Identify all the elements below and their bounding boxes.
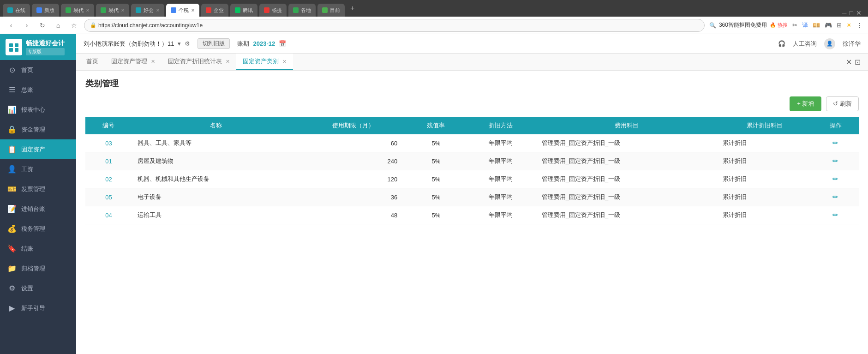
- add-button[interactable]: + 新增: [790, 96, 821, 111]
- sidebar-item-settings[interactable]: ⚙ 设置: [0, 278, 76, 298]
- edit-button[interactable]: ✏: [832, 193, 838, 201]
- help-icon: 🎧: [778, 40, 785, 47]
- search-icon: 🔍: [709, 22, 716, 29]
- sidebar-item-invoice[interactable]: 🎫 发票管理: [0, 179, 76, 199]
- browser-tab-haohui[interactable]: 好会 ✕: [131, 4, 164, 17]
- home-button[interactable]: ⌂: [53, 20, 64, 31]
- period-info: 账期 2023-12 📅: [237, 40, 286, 48]
- game-icon: 🎮: [825, 22, 832, 29]
- browser-tab-yidai2[interactable]: 易代 ✕: [96, 4, 129, 17]
- tab-label: 个税: [179, 7, 189, 14]
- sidebar-item-home[interactable]: ⊙ 首页: [0, 60, 76, 80]
- sidebar-item-ledger[interactable]: ☰ 总账: [0, 80, 76, 100]
- data-table: 编号 名称 使用期限（月） 残值率 折旧方法 费用科目 累计折旧科目 操作 03…: [85, 117, 859, 224]
- browser-tab-zaixin[interactable]: 在线: [3, 4, 30, 17]
- user-settings-icon[interactable]: ⚙: [185, 40, 190, 47]
- refresh-button[interactable]: ↻: [37, 20, 48, 31]
- refresh-button[interactable]: ↺ 刷新: [826, 96, 859, 111]
- back-button[interactable]: ‹: [6, 20, 17, 31]
- cell-accumulated-subject: 累计折旧: [717, 152, 812, 170]
- cell-depreciation-method: 年限平均: [465, 188, 536, 206]
- tax-icon: 💰: [7, 224, 17, 233]
- closing-icon: 🔖: [7, 244, 17, 253]
- forward-button[interactable]: ›: [21, 20, 32, 31]
- tab-close-icon[interactable]: ✕: [191, 8, 195, 13]
- cell-expense-subject: 管理费用_固定资产折旧_一级: [536, 188, 717, 206]
- sidebar: 畅捷通好会计 专版版 ⊙ 首页 ☰ 总账 📊 报表中心 🔒 资金管理 📋 固定资…: [0, 34, 76, 354]
- url-input[interactable]: 🔒 https://cloud.chanjet.com/accounting/u…: [84, 19, 705, 32]
- close-button[interactable]: ✕: [856, 9, 862, 17]
- sidebar-item-label: 新手引导: [21, 304, 45, 312]
- browser-tab-qiye[interactable]: 企业: [201, 4, 228, 17]
- cell-residual-rate: 5%: [407, 170, 465, 188]
- tab-close-icon[interactable]: ✕: [151, 59, 155, 65]
- logo-badge: 专版版: [26, 48, 65, 55]
- sidebar-item-funds[interactable]: 🔒 资金管理: [0, 120, 76, 139]
- tab-home[interactable]: 首页: [80, 54, 105, 70]
- tab-close-icon[interactable]: ✕: [282, 59, 287, 65]
- tab-panel-expand-icon[interactable]: ⊡: [855, 58, 861, 66]
- sidebar-item-tax[interactable]: 💰 税务管理: [0, 219, 76, 239]
- tab-close-icon[interactable]: ✕: [121, 8, 125, 13]
- sidebar-item-label: 固定资产: [21, 145, 45, 154]
- minimize-button[interactable]: ─: [842, 9, 847, 17]
- tab-depreciation-stats[interactable]: 固定资产折旧统计表 ✕: [162, 54, 236, 70]
- browser-tab-muqian[interactable]: 目前: [317, 4, 345, 17]
- sidebar-item-reports[interactable]: 📊 报表中心: [0, 100, 76, 120]
- tab-label: 在线: [15, 7, 25, 14]
- tab-fixed-asset-mgmt[interactable]: 固定资产管理 ✕: [105, 54, 162, 70]
- code-link[interactable]: 02: [105, 176, 112, 183]
- cell-period: 36: [299, 188, 407, 206]
- tab-label: 好会: [144, 7, 154, 14]
- switch-version-button[interactable]: 切到旧版: [198, 38, 230, 49]
- tab-close-icon[interactable]: ✕: [156, 8, 160, 13]
- search-text[interactable]: 360智能抠图免费用: [719, 21, 767, 29]
- code-link[interactable]: 05: [105, 194, 112, 201]
- browser-tab-changte[interactable]: 畅提: [259, 4, 287, 17]
- edit-button[interactable]: ✏: [832, 175, 838, 183]
- col-name: 名称: [132, 117, 299, 134]
- browser-tab-active[interactable]: 个税 ✕: [166, 4, 199, 17]
- sidebar-item-payroll[interactable]: 👤 工资: [0, 159, 76, 179]
- tab-close-icon[interactable]: ✕: [226, 59, 230, 65]
- menu-button[interactable]: ⋮: [856, 22, 862, 29]
- sidebar-item-fixed-assets[interactable]: 📋 固定资产: [0, 139, 76, 159]
- cell-expense-subject: 管理费用_固定资产折旧_一级: [536, 134, 717, 152]
- cell-code: 04: [85, 206, 132, 224]
- cell-name: 房屋及建筑物: [132, 152, 299, 170]
- edit-button[interactable]: ✏: [832, 157, 838, 165]
- sidebar-item-label: 归档管理: [21, 264, 45, 273]
- tab-panel-close-icon[interactable]: ✕: [846, 58, 852, 66]
- bookmark-button[interactable]: ☆: [68, 20, 79, 31]
- maximize-button[interactable]: □: [850, 9, 853, 17]
- tab-close-icon[interactable]: ✕: [86, 8, 90, 13]
- dropdown-icon[interactable]: ▾: [178, 40, 181, 47]
- sidebar-item-archive[interactable]: 📁 归档管理: [0, 258, 76, 278]
- code-link[interactable]: 03: [105, 140, 112, 147]
- translate-icon[interactable]: 译: [802, 21, 808, 30]
- tab-fixed-asset-category[interactable]: 固定资产类别 ✕: [236, 54, 293, 70]
- browser-tab-yidai1[interactable]: 易代 ✕: [61, 4, 94, 17]
- sidebar-item-guide[interactable]: ▶ 新手引导: [0, 298, 76, 318]
- sidebar-item-label: 税务管理: [21, 225, 45, 233]
- fixed-assets-icon: 📋: [7, 145, 17, 154]
- logo-title: 畅捷通好会计: [26, 39, 65, 48]
- url-text: https://cloud.chanjet.com/accounting/uw1…: [98, 22, 203, 29]
- new-tab-button[interactable]: +: [347, 4, 358, 12]
- coin-icon: 💴: [813, 22, 820, 29]
- sidebar-item-sales-ledger[interactable]: 📝 进销台账: [0, 199, 76, 219]
- edit-button[interactable]: ✏: [832, 139, 838, 147]
- browser-tab-tengxun[interactable]: 腾讯: [230, 4, 257, 17]
- calendar-icon[interactable]: 📅: [279, 40, 286, 47]
- code-link[interactable]: 04: [105, 212, 112, 219]
- code-link[interactable]: 01: [105, 158, 112, 165]
- cell-name: 电子设备: [132, 188, 299, 206]
- edit-button[interactable]: ✏: [832, 211, 838, 219]
- browser-tab-xinban[interactable]: 新版: [32, 4, 59, 17]
- browser-tab-gedi[interactable]: 各地: [288, 4, 316, 17]
- help-label[interactable]: 人工咨询: [793, 40, 817, 48]
- sidebar-item-closing[interactable]: 🔖 结账: [0, 239, 76, 258]
- reports-icon: 📊: [7, 105, 17, 114]
- sidebar-item-label: 结账: [21, 245, 33, 253]
- payroll-icon: 👤: [7, 165, 17, 174]
